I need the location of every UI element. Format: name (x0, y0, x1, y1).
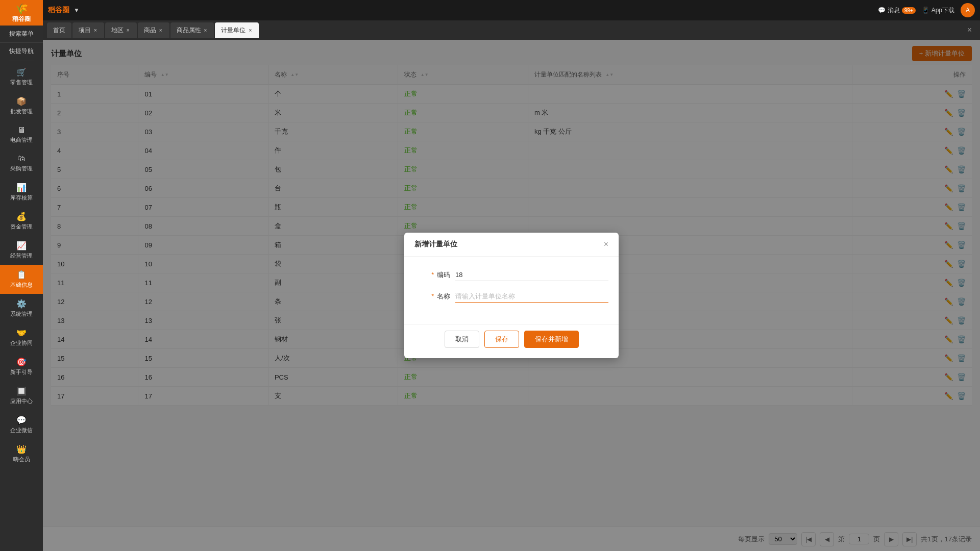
brand-name: 稻谷圈 (48, 6, 69, 15)
code-required-mark: * (431, 271, 434, 279)
sidebar-item-label-purchase: 采购管理 (10, 165, 33, 172)
modal-body: * 编码 * 名称 (404, 257, 619, 324)
sidebar-item-label-inventory: 库存核算 (10, 194, 33, 202)
sidebar-item-retail[interactable]: 🛒 零售管理 (0, 62, 43, 91)
partnership-icon: 🤝 (16, 328, 27, 338)
modal-footer: 取消 保存 保存并新增 (404, 324, 619, 358)
tab-region[interactable]: 地区 × (105, 22, 137, 38)
apps-icon: 🔲 (16, 386, 27, 396)
save-button[interactable]: 保存 (484, 331, 519, 348)
tab-products-label: 商品 (144, 26, 156, 35)
name-input[interactable] (455, 290, 608, 303)
sidebar-item-membership[interactable]: 👑 嗨会员 (0, 439, 43, 468)
avatar-text: A (966, 7, 970, 14)
sidebar-item-label-wholesale: 批发管理 (10, 108, 33, 115)
download-icon: 📱 (922, 7, 929, 14)
app-download-btn[interactable]: 📱 App下载 (922, 6, 954, 15)
modal-title: 新增计量单位 (414, 240, 457, 249)
save-and-new-button[interactable]: 保存并新增 (524, 331, 579, 348)
sidebar-item-label-retail: 零售管理 (10, 79, 33, 86)
tab-home-label: 首页 (53, 26, 65, 35)
tab-home[interactable]: 首页 (47, 22, 71, 38)
operations-icon: 📈 (16, 241, 27, 251)
search-menu[interactable]: 搜索菜单 (0, 26, 43, 43)
cancel-button[interactable]: 取消 (445, 331, 479, 348)
sidebar-item-wholesale[interactable]: 📦 批发管理 (0, 91, 43, 120)
avatar[interactable]: A (961, 3, 975, 17)
tab-products-close[interactable]: × (158, 28, 163, 33)
name-required-mark: * (431, 292, 434, 300)
form-row-name: * 名称 (414, 290, 608, 303)
add-unit-modal: 新增计量单位 × * 编码 * 名称 (404, 233, 619, 358)
sidebar-item-label-operations: 经营管理 (10, 252, 33, 260)
tab-bar: 首页 项目 × 地区 × 商品 × 商品属性 × 计量单位 × × (43, 20, 980, 40)
enterprise-icon: 💬 (16, 415, 27, 425)
sidebar-item-inventory[interactable]: 📊 库存核算 (0, 178, 43, 207)
tabs-close-all[interactable]: × (963, 26, 976, 35)
sidebar-item-label-partnership: 企业协同 (10, 339, 33, 347)
sidebar-item-basic[interactable]: 📋 基础信息 (0, 265, 43, 294)
tab-project-label: 项目 (79, 26, 91, 35)
tab-units-close[interactable]: × (248, 28, 253, 33)
sidebar-item-label-membership: 嗨会员 (13, 456, 30, 463)
sidebar-item-label-basic: 基础信息 (10, 281, 33, 289)
system-icon: ⚙️ (16, 299, 27, 309)
tab-region-close[interactable]: × (126, 28, 131, 33)
tab-units[interactable]: 计量单位 × (215, 22, 259, 38)
main-area: 稻谷圈 ▼ 💬 消息 99+ 📱 App下载 A 首页 项目 × (43, 0, 980, 551)
name-label: * 名称 (414, 292, 455, 301)
retail-icon: 🛒 (16, 67, 27, 77)
basic-icon: 📋 (16, 270, 27, 280)
message-btn[interactable]: 💬 消息 99+ (878, 6, 916, 15)
wholesale-icon: 📦 (16, 96, 27, 106)
sidebar-item-finance[interactable]: 💰 资金管理 (0, 207, 43, 236)
finance-icon: 💰 (16, 212, 27, 221)
inventory-icon: 📊 (16, 183, 27, 192)
sidebar-item-label-enterprise: 企业微信 (10, 427, 33, 434)
modal-close-button[interactable]: × (604, 240, 608, 248)
app-logo: 🌾 稻谷圈 (0, 0, 43, 26)
ecommerce-icon: 🖥 (17, 126, 26, 135)
tab-units-label: 计量单位 (221, 26, 246, 35)
message-icon: 💬 (878, 7, 886, 14)
sidebar-item-enterprise[interactable]: 💬 企业微信 (0, 410, 43, 439)
sidebar-item-label-system: 系统管理 (10, 310, 33, 318)
sidebar: 🌾 稻谷圈 搜索菜单 快捷导航 🛒 零售管理 📦 批发管理 🖥 电商管理 🛍 采… (0, 0, 43, 551)
tab-project[interactable]: 项目 × (72, 22, 104, 38)
sidebar-item-label-ecommerce: 电商管理 (10, 136, 33, 144)
tab-products[interactable]: 商品 × (138, 22, 169, 38)
sidebar-divider-1 (9, 61, 34, 61)
code-input[interactable] (455, 269, 608, 281)
sidebar-item-label-apps: 应用中心 (10, 397, 33, 405)
modal-header: 新增计量单位 × (404, 233, 619, 257)
sidebar-item-system[interactable]: ⚙️ 系统管理 (0, 294, 43, 323)
topbar-left: 稻谷圈 ▼ (48, 6, 80, 15)
message-label: 消息 (888, 6, 900, 15)
logo-text: 稻谷圈 (12, 15, 31, 23)
message-badge: 99+ (902, 7, 916, 14)
quick-nav[interactable]: 快捷导航 (0, 43, 43, 60)
tab-attributes-label: 商品属性 (177, 26, 201, 35)
sidebar-item-partnership[interactable]: 🤝 企业协同 (0, 323, 43, 352)
purchase-icon: 🛍 (17, 154, 26, 163)
topbar-right: 💬 消息 99+ 📱 App下载 A (878, 3, 975, 17)
sidebar-item-purchase[interactable]: 🛍 采购管理 (0, 149, 43, 178)
sidebar-item-operations[interactable]: 📈 经营管理 (0, 236, 43, 265)
tab-attributes-close[interactable]: × (203, 28, 208, 33)
tab-project-close[interactable]: × (93, 28, 98, 33)
form-row-code: * 编码 (414, 269, 608, 281)
membership-icon: 👑 (16, 444, 27, 454)
sidebar-item-label-newbie: 新手引导 (10, 368, 33, 376)
sidebar-item-newbie[interactable]: 🎯 新手引导 (0, 352, 43, 381)
sidebar-item-apps[interactable]: 🔲 应用中心 (0, 381, 43, 410)
code-label: * 编码 (414, 270, 455, 280)
sidebar-item-label-finance: 资金管理 (10, 223, 33, 231)
sidebar-item-ecommerce[interactable]: 🖥 电商管理 (0, 120, 43, 149)
app-download-label: App下载 (932, 6, 954, 15)
topbar: 稻谷圈 ▼ 💬 消息 99+ 📱 App下载 A (43, 0, 980, 20)
tab-region-label: 地区 (111, 26, 124, 35)
modal-overlay: 新增计量单位 × * 编码 * 名称 (43, 40, 980, 551)
content-area: 计量单位 + 新增计量单位 序号 编号 ▲▼ 名称 (43, 40, 980, 551)
tab-attributes[interactable]: 商品属性 × (170, 22, 214, 38)
topbar-dropdown-icon[interactable]: ▼ (74, 7, 80, 14)
